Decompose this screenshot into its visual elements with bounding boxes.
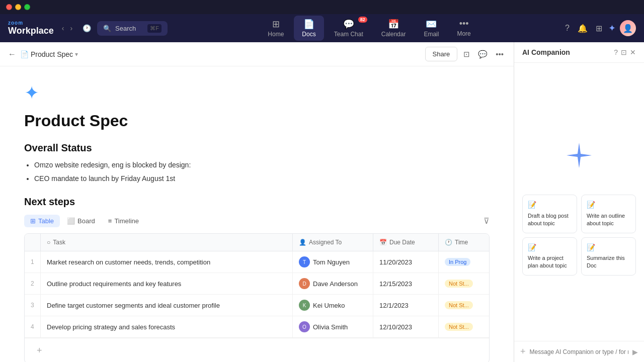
ai-suggestion-blog[interactable]: 📝 Draft a blog post about topic [522,195,577,233]
doc-panel: ← 📄 Product Spec ▾ Share ⊡ 💬 ••• ✦ Produ… [0,42,514,362]
ai-close-button[interactable]: ✕ [630,48,636,56]
doc-icon: 📄 [20,50,29,58]
add-row-button[interactable]: + [31,341,48,360]
duedate-cell: 12/1/2023 [373,295,439,316]
ai-suggestions: 📝 Draft a blog post about topic 📝 Write … [522,195,636,276]
share-button[interactable]: Share [425,47,458,61]
ai-input-plus-button[interactable]: + [520,346,526,357]
tab-more[interactable]: ••• More [449,16,478,41]
tab-calendar[interactable]: 📅 Calendar [373,16,414,41]
add-row-row: + [25,338,489,362]
status-badge: Not St... [445,280,473,288]
due-date-text: 12/10/2023 [379,323,412,331]
header-rownum [25,234,41,251]
doc-toolbar: ← 📄 Product Spec ▾ Share ⊡ 💬 ••• [0,42,514,66]
team-chat-badge: 82 [358,17,367,23]
filter-button[interactable]: ⊽ [484,216,490,226]
suggestion-text: Draft a blog post about topic [528,213,569,226]
breadcrumb[interactable]: 📄 Product Spec ▾ [20,50,78,58]
minimize-traffic-light[interactable] [15,4,21,10]
close-traffic-light[interactable] [6,4,12,10]
breadcrumb-title: Product Spec [31,50,73,58]
ai-message-input[interactable] [530,348,628,355]
status-cell: In Prog [439,251,489,273]
table-row[interactable]: 3 Define target customer segments and id… [25,295,489,316]
view-tab-table[interactable]: ⊞ Table [24,215,60,227]
task-cell: Define target customer segments and idea… [41,295,293,316]
search-icon: 🔍 [103,25,111,32]
timeline-tab-label: Timeline [114,217,139,225]
task-text: Develop pricing strategy and sales forec… [47,323,175,331]
present-button[interactable]: ⊡ [461,48,472,61]
tab-more-label: More [457,30,470,37]
assignee-cell: O Olivia Smith [293,316,373,337]
tab-docs[interactable]: 📄 Docs [294,16,324,41]
view-tab-board[interactable]: ⬜ Board [61,215,101,227]
ai-sparkle-icon [564,140,594,176]
ai-input-area: + ▶ [514,341,644,362]
assignee-name: Olivia Smith [313,323,348,331]
history-button[interactable]: 🕐 [80,22,93,34]
apps-button[interactable]: ⊞ [594,22,604,35]
calendar-icon: 📅 [388,19,399,30]
table-tab-icon: ⊞ [30,217,36,225]
comment-button[interactable]: 💬 [476,48,490,61]
assignee-cell: T Tom Nguyen [293,251,373,273]
avatar[interactable]: 👤 [620,20,636,36]
task-cell: Outline product requirements and key fea… [41,273,293,294]
ai-panel-title: AI Companion [522,48,570,56]
tab-team-chat[interactable]: 💬 Team Chat 82 [326,16,371,41]
team-chat-icon: 💬 [343,19,354,30]
title-bar [0,0,644,14]
ai-suggestion-outline[interactable]: 📝 Write an outline about topic [581,195,636,233]
ai-send-button[interactable]: ▶ [632,348,638,356]
search-bar[interactable]: 🔍 Search ⌘F [97,21,168,36]
home-icon: ⊞ [272,19,280,30]
tab-email[interactable]: ✉️ Email [416,16,447,41]
table-row[interactable]: 2 Outline product requirements and key f… [25,273,489,295]
zoom-brand: zoom Workplace [8,20,54,36]
back-button[interactable]: ← [8,50,16,59]
ai-suggestion-summarize[interactable]: 📝 Summarize this Doc [581,237,636,276]
assignee-avatar: T [299,256,310,267]
header-time: 🕐 Time [439,234,489,251]
tab-home[interactable]: ⊞ Home [260,16,292,41]
assignee-name: Kei Umeko [313,302,345,309]
tab-calendar-label: Calendar [381,31,406,38]
row-num-cell: 4 [25,316,41,337]
back-arrow[interactable]: ‹ [60,22,66,34]
overall-status-heading: Overall Status [24,142,490,154]
content-area: ← 📄 Product Spec ▾ Share ⊡ 💬 ••• ✦ Produ… [0,42,644,362]
tab-docs-label: Docs [302,31,315,38]
row-number: 3 [31,302,34,309]
table-header: ○ Task 👤 Assigned To 📅 Due Date 🕐 Time [25,234,489,251]
table-row[interactable]: 1 Market research on customer needs, tre… [25,251,489,273]
next-steps-heading: Next steps [24,196,490,208]
email-icon: ✉️ [426,19,437,30]
task-text: Define target customer segments and idea… [47,302,220,309]
assignee-avatar: K [299,300,310,311]
forward-arrow[interactable]: › [68,22,74,34]
ai-companion-button[interactable]: ✦ [608,23,616,34]
ai-header-icons: ? ⊡ ✕ [614,48,636,56]
ai-help-button[interactable]: ? [614,48,618,56]
task-text: Outline product requirements and key fea… [47,280,181,288]
header-duedate: 📅 Due Date [373,234,439,251]
maximize-traffic-light[interactable] [24,4,30,10]
workplace-text: Workplace [8,26,54,36]
ai-suggestion-project-plan[interactable]: 📝 Write a project plan about topic [522,237,577,276]
table-row[interactable]: 4 Develop pricing strategy and sales for… [25,316,489,338]
status-cell: Not St... [439,295,489,316]
search-shortcut: ⌘F [147,24,162,33]
help-button[interactable]: ? [563,22,572,35]
duedate-cell: 11/20/2023 [373,251,439,273]
status-badge: Not St... [445,323,473,331]
header-assigned: 👤 Assigned To [293,234,373,251]
notifications-button[interactable]: 🔔 [576,22,590,35]
task-cell: Market research on customer needs, trend… [41,251,293,273]
ai-panel: AI Companion ? ⊡ ✕ 📝 Draft a blog post a… [514,42,644,362]
overall-status-list: Omzo website redesign, eng is blocked by… [24,160,490,184]
ai-expand-button[interactable]: ⊡ [621,48,627,56]
view-tab-timeline[interactable]: ≡ Timeline [102,215,145,227]
more-options-button[interactable]: ••• [494,48,506,60]
